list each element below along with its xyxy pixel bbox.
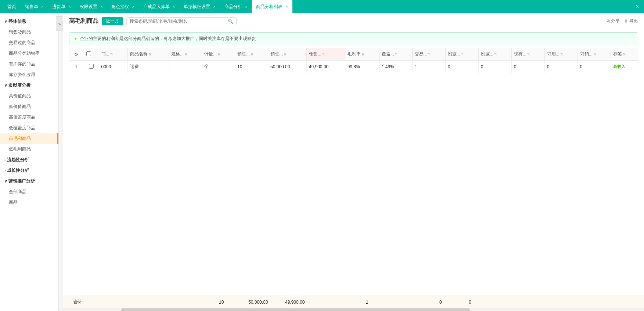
footer-sales-amt: 50,000.00 xyxy=(246,300,283,305)
nav-product-analysis[interactable]: 商品分析 × xyxy=(220,0,252,13)
cell-tag: 高收入 xyxy=(611,61,638,73)
sidebar: ∨ 整体信息 销售货商品 交易过的商品 商品分类助销率 有库存的商品 库存资金占… xyxy=(0,13,59,311)
cell-sales-amt: 50,000.00 xyxy=(268,61,307,73)
sort-icon-sales-qty: ⇅ xyxy=(251,52,253,56)
footer-trade: 1 xyxy=(364,300,393,305)
nav-close-product-inbound[interactable]: × xyxy=(173,4,175,9)
sidebar-group-trend[interactable]: › 流趋性分析 xyxy=(0,155,58,165)
sort-icon-trade: ⇅ xyxy=(428,52,431,56)
sidebar-group-growth[interactable]: › 成长性分析 xyxy=(0,165,58,176)
col-trade[interactable]: 交易... ⇅ xyxy=(412,48,445,61)
sort-icon-code: ⇅ xyxy=(110,52,113,56)
select-all-checkbox[interactable] xyxy=(86,51,91,56)
nav-close-purchase-order[interactable]: × xyxy=(68,4,71,9)
sort-icon-sales-amt: ⇅ xyxy=(284,52,287,56)
cell-code: 0000... xyxy=(99,61,127,73)
sidebar-item-low-value[interactable]: 低价值商品 xyxy=(0,101,58,112)
share-button[interactable]: ⎗ 分享 xyxy=(607,18,620,24)
col-spec[interactable]: 规格... ⇅ xyxy=(169,48,202,61)
sidebar-item-category-sales-rate[interactable]: 商品分类助销率 xyxy=(0,48,58,59)
col-current-stock[interactable]: 现有... ⇅ xyxy=(511,48,544,61)
row-checkbox[interactable] xyxy=(89,64,94,69)
search-input[interactable] xyxy=(130,19,226,24)
sidebar-item-all-goods[interactable]: 全部商品 xyxy=(0,187,58,197)
nav-close-sales-order[interactable]: × xyxy=(41,4,43,9)
sidebar-item-high-value[interactable]: 高价值商品 xyxy=(0,91,58,101)
sidebar-group-marketing[interactable]: ∨ 营销推广分析 xyxy=(0,176,58,187)
cell-unit: 个 xyxy=(202,61,235,73)
top-navigation: 首页 销售单 × 进货单 × 权限设置 × 角色授权 × 产成品入库单 × 单据… xyxy=(0,0,644,13)
scroll-thumb[interactable] xyxy=(121,308,470,311)
data-table: ⚙ 商... ⇅ 商品名称 xyxy=(69,48,638,73)
col-tag[interactable]: 标签 ⇅ xyxy=(611,48,638,61)
table-header-row: ⚙ 商... ⇅ 商品名称 xyxy=(69,48,638,61)
sort-icon-available: ⇅ xyxy=(560,52,563,56)
col-sellable[interactable]: 可销... ⇅ xyxy=(578,48,611,61)
horizontal-scrollbar[interactable] xyxy=(63,308,644,311)
header-actions: ⎗ 分享 ⬇ 导出 xyxy=(607,18,638,24)
sidebar-item-stock-capital[interactable]: 库存资金占用 xyxy=(0,69,58,80)
search-icon[interactable]: 🔍 xyxy=(228,19,233,24)
settings-icon[interactable]: ⚙ xyxy=(74,52,78,57)
nav-close-permission[interactable]: × xyxy=(100,4,102,9)
content-area: 高毛利商品 近一月 🔍 ⎗ 分享 ⬇ 导出 ✦ 企业的主要的利润都是这部分商品创… xyxy=(63,13,644,311)
nav-product-inbound[interactable]: 产成品入库单 × xyxy=(139,0,179,13)
col-sales-amt[interactable]: 销售... ⇅ xyxy=(268,48,307,61)
sidebar-group-contribution-items: 高价值商品 低价值商品 高覆盖度商品 低覆盖度商品 高毛利商品 低毛利商品 xyxy=(0,91,58,155)
nav-purchase-order[interactable]: 进货单 × xyxy=(48,0,75,13)
sidebar-item-new-goods[interactable]: 新品 xyxy=(0,197,58,208)
footer-current-stock: 0 xyxy=(437,300,467,305)
nav-close-product-analysis-list[interactable]: × xyxy=(285,4,288,9)
nav-close-product-analysis[interactable]: × xyxy=(245,4,247,9)
col-available[interactable]: 可用... ⇅ xyxy=(544,48,578,61)
export-button[interactable]: ⬇ 导出 xyxy=(624,18,638,24)
table-footer: 合计: 10 50,000.00 49,900.00 1 0 0 xyxy=(63,296,644,308)
window-close-button[interactable]: × xyxy=(633,3,641,11)
nav-template-settings[interactable]: 单据模板设置 × xyxy=(179,0,220,13)
col-view2[interactable]: 浏览... ⇅ xyxy=(478,48,511,61)
cell-checkbox[interactable] xyxy=(84,61,99,73)
col-coverage[interactable]: 覆盖... ⇅ xyxy=(379,48,412,61)
sort-icon-view2: ⇅ xyxy=(494,52,497,56)
arrow-icon-marketing: ∨ xyxy=(4,179,7,183)
sidebar-item-low-margin[interactable]: 低毛利商品 xyxy=(0,144,58,155)
period-button[interactable]: 近一月 xyxy=(102,17,123,25)
col-unit[interactable]: 计量... ⇅ xyxy=(202,48,235,61)
nav-home[interactable]: 首页 xyxy=(3,0,21,13)
sidebar-item-in-stock-goods[interactable]: 有库存的商品 xyxy=(0,59,58,69)
cell-current-stock: 0 xyxy=(511,61,544,73)
sidebar-item-sales-goods[interactable]: 销售货商品 xyxy=(0,27,58,37)
sidebar-collapse-button[interactable]: « xyxy=(56,16,63,31)
col-sales-qty[interactable]: 销售... ⇅ xyxy=(235,48,268,61)
nav-role-auth[interactable]: 角色授权 × xyxy=(107,0,138,13)
search-box: 🔍 xyxy=(126,17,237,25)
col-code[interactable]: 商... ⇅ xyxy=(99,48,127,61)
sidebar-item-high-coverage[interactable]: 高覆盖度商品 xyxy=(0,112,58,123)
main-layout: ∨ 整体信息 销售货商品 交易过的商品 商品分类助销率 有库存的商品 库存资金占… xyxy=(0,13,644,311)
arrow-icon-growth: › xyxy=(4,169,6,173)
nav-close-template[interactable]: × xyxy=(213,4,215,9)
footer-sales-profit: 49,900.00 xyxy=(283,300,320,305)
sort-icon-unit: ⇅ xyxy=(217,52,220,56)
cell-gross-margin: 99.8% xyxy=(345,61,379,73)
col-sales-profit[interactable]: 销售... ⇅ xyxy=(306,48,345,61)
sidebar-item-high-margin[interactable]: 高毛利商品 xyxy=(0,133,58,144)
cell-spec xyxy=(169,61,202,73)
table-row: 1 0000... 运费 个 10 50,000.00 49,900.00 99… xyxy=(69,61,638,73)
col-gross-margin[interactable]: 毛利率 ⇅ xyxy=(345,48,379,61)
col-name[interactable]: 商品名称 ⇅ xyxy=(127,48,169,61)
cell-sales-profit: 49,900.00 xyxy=(306,61,345,73)
cell-index: 1 xyxy=(69,61,84,73)
col-view1[interactable]: 浏览... ⇅ xyxy=(445,48,478,61)
sidebar-group-contribution[interactable]: ∨ 贡献度分析 xyxy=(0,80,58,91)
sort-icon-coverage: ⇅ xyxy=(395,52,398,56)
cell-view1: 0 xyxy=(445,61,478,73)
sidebar-item-traded-goods[interactable]: 交易过的商品 xyxy=(0,37,58,48)
nav-sales-order[interactable]: 销售单 × xyxy=(21,0,48,13)
nav-product-analysis-list[interactable]: 商品分析列表 × xyxy=(252,0,292,13)
nav-permission-settings[interactable]: 权限设置 × xyxy=(75,0,107,13)
sidebar-item-low-coverage[interactable]: 低覆盖度商品 xyxy=(0,123,58,133)
nav-close-role-auth[interactable]: × xyxy=(132,4,134,9)
sidebar-group-overall[interactable]: ∨ 整体信息 xyxy=(0,16,58,27)
arrow-icon-overall: ∨ xyxy=(4,19,7,23)
